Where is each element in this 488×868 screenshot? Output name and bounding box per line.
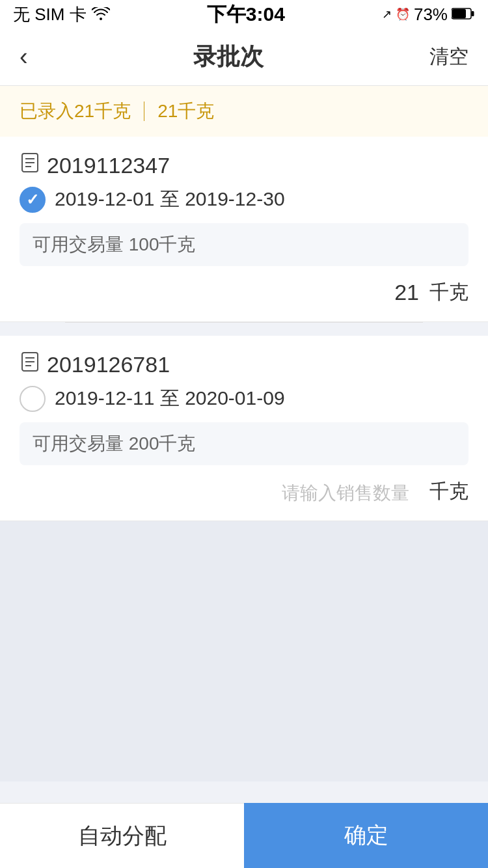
batch-icon-1 [20, 152, 40, 178]
qty-unit-2: 千克 [429, 478, 468, 505]
status-bar: 无 SIM 卡 下午3:04 ↗ ⏰ 73% [0, 0, 488, 29]
batch-icon-2 [20, 351, 40, 377]
confirm-button[interactable]: 确定 [244, 803, 488, 868]
batch-date-row-2[interactable]: 2019-12-11 至 2020-01-09 [20, 385, 468, 412]
batch-id-text-1: 2019112347 [47, 153, 170, 178]
qty-unit-1: 千克 [429, 279, 468, 306]
section-gap [0, 323, 488, 336]
auto-distribute-button[interactable]: 自动分配 [0, 803, 244, 868]
summary-bar: 已录入21千克 21千克 [0, 86, 488, 137]
svg-rect-2 [471, 11, 474, 16]
batch-item-2: 2019126781 2019-12-11 至 2020-01-09 可用交易量… [0, 336, 488, 521]
qty-row-2[interactable]: 千克 [0, 465, 488, 521]
available-qty-1: 可用交易量 100千克 [20, 223, 468, 266]
summary-value: 21千克 [157, 99, 214, 124]
no-sim-text: 无 SIM 卡 [13, 3, 87, 26]
batch-radio-2[interactable] [20, 386, 46, 412]
batch-date-text-1: 2019-12-01 至 2019-12-30 [55, 186, 285, 213]
battery-text: 73% [414, 5, 448, 25]
summary-label: 已录入21千克 [20, 99, 131, 124]
nav-bar: ‹ 录批次 清空 [0, 29, 488, 86]
location-icon: ↗ [382, 7, 392, 21]
status-right: ↗ ⏰ 73% [382, 5, 475, 25]
batch-id-text-2: 2019126781 [47, 352, 170, 377]
svg-rect-1 [452, 9, 466, 18]
clear-button[interactable]: 清空 [429, 44, 468, 70]
summary-divider [144, 102, 144, 121]
batch-date-row-1[interactable]: 2019-12-01 至 2019-12-30 [20, 186, 468, 213]
wifi-icon [92, 5, 110, 25]
batch-radio-1[interactable] [20, 187, 46, 213]
battery-icon [452, 5, 475, 25]
qty-value-1: 21 [394, 280, 419, 305]
batch-id-row-2: 2019126781 [20, 351, 468, 377]
status-time: 下午3:04 [207, 1, 285, 28]
bottom-buttons: 自动分配 确定 [0, 803, 488, 868]
batch-item-1: 2019112347 2019-12-01 至 2019-12-30 可用交易量… [0, 137, 488, 322]
bottom-fill-area [0, 521, 488, 781]
qty-row-1: 21 千克 [0, 266, 488, 322]
status-left: 无 SIM 卡 [13, 3, 110, 26]
back-button[interactable]: ‹ [20, 43, 28, 71]
batch-id-row-1: 2019112347 [20, 152, 468, 178]
page-title: 录批次 [193, 41, 264, 73]
batch-date-text-2: 2019-12-11 至 2020-01-09 [55, 385, 285, 412]
available-qty-2: 可用交易量 200千克 [20, 422, 468, 465]
qty-input-2[interactable] [20, 479, 419, 504]
alarm-icon: ⏰ [396, 7, 410, 21]
